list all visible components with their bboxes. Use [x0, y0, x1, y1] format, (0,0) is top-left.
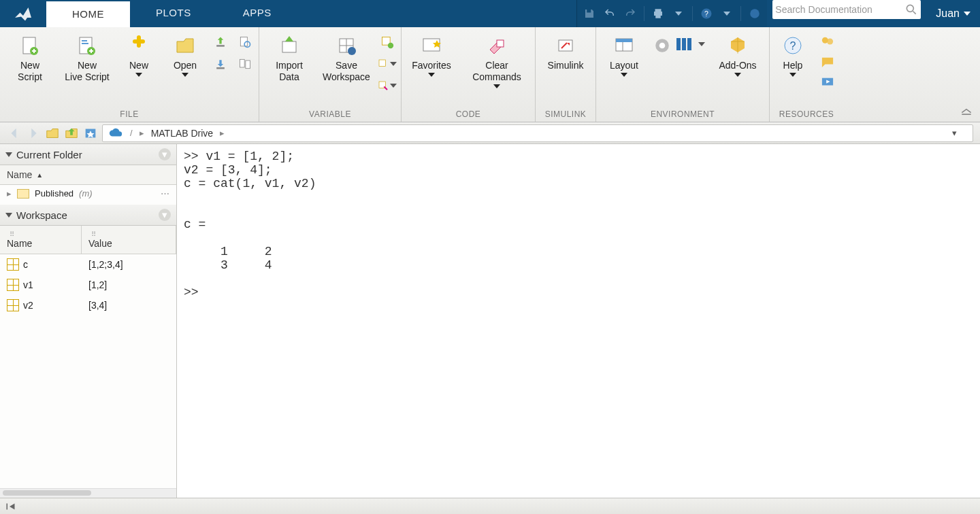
tab-plots[interactable]: PLOTS — [130, 0, 217, 27]
svg-rect-28 — [559, 40, 572, 51]
file-mini-buttons — [211, 31, 230, 72]
workspace-row[interactable]: c [1,2;3,4] — [0, 254, 176, 275]
variable-icon — [7, 279, 19, 291]
redo-icon[interactable] — [621, 4, 640, 23]
save-workspace-button[interactable]: Save Workspace — [321, 31, 372, 86]
svg-text:?: ? — [790, 40, 796, 52]
toolstrip-group-simulink: Simulink SIMULINK — [536, 27, 596, 122]
chevron-right-icon[interactable]: ▸ — [140, 128, 144, 138]
layout-button[interactable]: Layout — [600, 31, 648, 80]
bookmark-folder-icon[interactable] — [83, 126, 98, 141]
chevron-down-icon — [621, 73, 627, 77]
undo-icon[interactable] — [600, 4, 619, 23]
learn-matlab-icon[interactable] — [820, 76, 835, 90]
left-panels: Current Folder ▾ Name ▲ ▸ Published (m) … — [0, 144, 177, 498]
save-icon[interactable] — [580, 4, 599, 23]
path-dropdown-icon[interactable]: ▾ — [952, 128, 967, 138]
clear-workspace-icon[interactable] — [378, 78, 397, 94]
compare-icon[interactable] — [235, 56, 255, 72]
toolstrip-group-code: Favorites Clear Commands CODE — [402, 27, 536, 122]
horizontal-scrollbar[interactable] — [0, 488, 176, 498]
svg-rect-11 — [216, 45, 225, 47]
toolstrip-group-resources: ? Help RESOURCES — [770, 27, 843, 122]
find-files-icon[interactable] — [235, 34, 255, 50]
preferences-button[interactable] — [653, 31, 671, 54]
current-folder-header[interactable]: Current Folder ▾ — [0, 144, 176, 165]
chevron-down-icon — [135, 73, 142, 77]
pane-options-icon[interactable]: ▾ — [159, 148, 171, 160]
community-icon[interactable] — [820, 35, 835, 49]
workspace-header[interactable]: Workspace ▾ — [0, 205, 176, 226]
workspace-col-value[interactable]: ⠿ Value — [82, 226, 176, 254]
workspace-table: c [1,2;3,4] v1 [1,2] v2 [3,4] — [0, 254, 176, 315]
workspace-col-name[interactable]: ⠿ Name — [0, 226, 82, 254]
search-input[interactable] — [775, 4, 904, 15]
menu-bar: HOME PLOTS APPS ? Juan — [0, 0, 980, 27]
workspace-columns: ⠿ Name ⠿ Value — [0, 226, 176, 254]
forward-icon[interactable] — [26, 126, 41, 141]
open-button[interactable]: Open — [165, 31, 206, 80]
folder-suffix: (m) — [79, 188, 93, 199]
toolstrip-group-environment: Layout Add-Ons ENVIRONMENT — [596, 27, 770, 122]
more-icon[interactable]: ⋯ — [161, 188, 169, 199]
workspace-row[interactable]: v2 [3,4] — [0, 295, 176, 315]
svg-point-34 — [659, 43, 666, 49]
folder-row[interactable]: ▸ Published (m) ⋯ — [0, 185, 176, 202]
svg-rect-16 — [246, 61, 250, 69]
current-folder-title: Current Folder — [16, 149, 82, 160]
variable-mini-buttons — [378, 31, 397, 94]
import-data-button[interactable]: Import Data — [263, 31, 315, 86]
print-dropdown-icon[interactable] — [669, 4, 688, 23]
chevron-down-icon — [964, 12, 970, 16]
svg-rect-44 — [7, 503, 8, 509]
print-icon[interactable] — [649, 4, 668, 23]
quick-access-toolbar: ? — [576, 0, 767, 27]
new-variable-icon[interactable] — [378, 34, 397, 50]
set-path-button[interactable] — [676, 31, 705, 50]
user-menu[interactable]: Juan — [926, 0, 980, 27]
chevron-down-icon — [182, 73, 189, 77]
help-dropdown-icon[interactable] — [717, 4, 736, 23]
status-bar — [0, 498, 980, 514]
crumb-matlab-drive[interactable]: MATLAB Drive — [151, 128, 214, 139]
request-support-icon[interactable] — [820, 56, 835, 69]
current-folder-column-header[interactable]: Name ▲ — [0, 165, 176, 185]
clear-commands-button[interactable]: Clear Commands — [463, 31, 531, 91]
favorites-button[interactable]: Favorites — [406, 31, 457, 80]
help-icon[interactable]: ? — [697, 4, 716, 23]
toolstrip-group-variable: Import Data Save Workspace VARIABLE — [259, 27, 402, 122]
upload-icon[interactable] — [211, 34, 230, 50]
simulink-button[interactable]: Simulink — [540, 31, 591, 74]
svg-rect-15 — [240, 59, 245, 67]
sort-asc-icon: ▲ — [36, 171, 43, 179]
current-folder-list: ▸ Published (m) ⋯ — [0, 185, 176, 202]
chevron-down-icon — [789, 73, 796, 77]
back-icon[interactable] — [7, 126, 22, 141]
new-button[interactable]: New — [118, 31, 159, 80]
addons-button[interactable]: Add-Ons — [710, 31, 765, 80]
chevron-down-icon — [5, 213, 12, 218]
search-documentation[interactable] — [772, 0, 921, 19]
open-variable-icon[interactable] — [378, 56, 397, 72]
browse-folder-icon[interactable] — [64, 126, 79, 141]
collapse-toolstrip-icon[interactable] — [960, 107, 973, 118]
sync-icon[interactable] — [745, 4, 764, 23]
current-folder-path[interactable]: / ▸ MATLAB Drive ▸ ▾ — [102, 124, 973, 142]
help-button[interactable]: ? Help — [774, 31, 812, 80]
go-to-start-icon[interactable] — [5, 502, 18, 511]
search-icon[interactable] — [904, 3, 918, 16]
toolstrip: New Script New Live Script New Open — [0, 27, 980, 122]
new-live-script-button[interactable]: New Live Script — [61, 31, 113, 86]
tab-home[interactable]: HOME — [46, 0, 130, 27]
workspace-row[interactable]: v1 [1,2] — [0, 275, 176, 295]
pane-options-icon[interactable]: ▾ — [159, 209, 171, 221]
folder-name: Published — [35, 188, 74, 199]
download-icon[interactable] — [211, 56, 230, 72]
tab-apps[interactable]: APPS — [217, 0, 297, 27]
new-script-button[interactable]: New Script — [4, 31, 56, 86]
command-window[interactable]: >> v1 = [1, 2]; v2 = [3, 4]; c = cat(1, … — [177, 144, 980, 498]
chevron-right-icon[interactable]: ▸ — [220, 128, 225, 138]
chevron-down-icon — [5, 152, 12, 157]
up-folder-icon[interactable] — [45, 126, 60, 141]
matlab-logo — [0, 0, 46, 27]
